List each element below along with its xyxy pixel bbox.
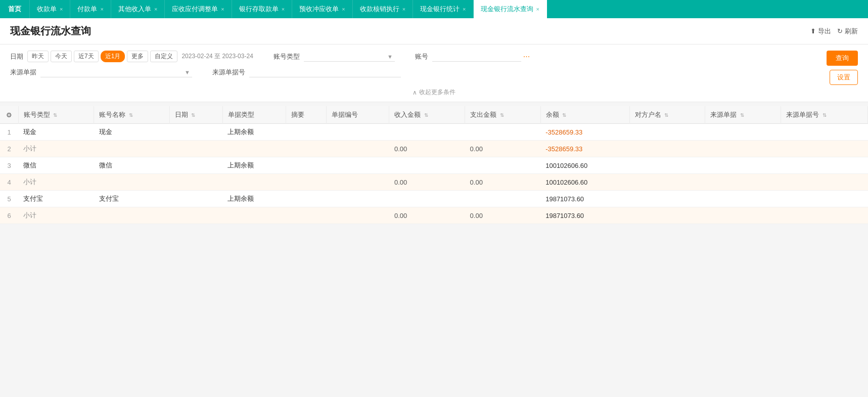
more-options-button[interactable]: ···: [523, 52, 530, 61]
cell-account-name: 支付宝: [94, 191, 170, 207]
nav-tab-xianjinyinhang[interactable]: 现金银行统计 ×: [413, 0, 473, 18]
cell-doc-type: [222, 141, 286, 157]
date-btn-1month[interactable]: 近1月: [101, 51, 125, 62]
cell-date: [169, 191, 222, 207]
close-icon[interactable]: ×: [282, 6, 285, 12]
table-container: ⚙ 账号类型 ⇅ 账号名称 ⇅ 日期 ⇅ 单据类型 摘要: [0, 106, 868, 224]
nav-tab-shoukuandan[interactable]: 收款单 ×: [30, 0, 70, 18]
cell-summary: [286, 157, 326, 174]
sort-icon: ⇅: [740, 112, 744, 118]
cell-summary: [286, 191, 326, 207]
cell-balance: 19871073.60: [540, 191, 629, 207]
source-doc-num-input[interactable]: [249, 67, 401, 77]
cell-doc-no: [326, 191, 389, 207]
cell-source-doc-no: [781, 141, 868, 157]
sort-icon: ⇅: [53, 112, 57, 118]
collapse-row: ∧ 收起更多条件: [10, 85, 858, 98]
date-btn-custom[interactable]: 自定义: [150, 51, 177, 62]
nav-tab-yinhangcunqu[interactable]: 银行存取款单 ×: [232, 0, 292, 18]
col-account-type[interactable]: 账号类型 ⇅: [18, 106, 94, 124]
cell-account-type: 支付宝: [18, 191, 94, 207]
cell-source-doc: [705, 207, 781, 224]
cell-doc-type: 上期余额: [222, 157, 286, 174]
cell-account-name: 现金: [94, 124, 170, 141]
settings-button[interactable]: 设置: [830, 70, 858, 85]
sort-icon: ⇅: [823, 112, 827, 118]
col-account-name[interactable]: 账号名称 ⇅: [94, 106, 170, 124]
cell-account-type: 现金: [18, 124, 94, 141]
nav-tab-yushouchong[interactable]: 预收冲应收单 ×: [292, 0, 352, 18]
cell-source-doc: [705, 191, 781, 207]
date-btn-more[interactable]: 更多: [127, 51, 148, 62]
col-gear[interactable]: ⚙: [0, 106, 18, 124]
export-button[interactable]: ⬆ 导出: [810, 27, 831, 36]
cell-date: [169, 141, 222, 157]
right-buttons: 查询 设置: [820, 51, 858, 85]
cell-doc-no: [326, 207, 389, 224]
col-source-doc-no[interactable]: 来源单据号 ⇅: [781, 106, 868, 124]
row-number: 1: [0, 124, 18, 141]
date-btn-7days[interactable]: 近7天: [74, 51, 99, 62]
source-doc-select-wrapper: ▼: [40, 67, 192, 77]
close-icon[interactable]: ×: [402, 6, 405, 12]
cell-date: [169, 157, 222, 174]
close-icon[interactable]: ×: [463, 6, 466, 12]
close-icon[interactable]: ×: [221, 6, 224, 12]
source-doc-select[interactable]: [40, 67, 192, 77]
col-income[interactable]: 收入金额 ⇅: [389, 106, 465, 124]
col-counterparty[interactable]: 对方户名 ⇅: [629, 106, 705, 124]
cell-doc-no: [326, 124, 389, 141]
cell-doc-no: [326, 141, 389, 157]
nav-tab-liushui[interactable]: 现金银行流水查询 ×: [474, 0, 547, 18]
close-icon[interactable]: ×: [100, 6, 103, 12]
cell-balance: -3528659.33: [540, 141, 629, 157]
col-balance[interactable]: 余额 ⇅: [540, 106, 629, 124]
header-actions: ⬆ 导出 ↻ 刷新: [810, 27, 858, 36]
collapse-button[interactable]: ∧ 收起更多条件: [413, 88, 455, 97]
cell-income: 0.00: [389, 141, 465, 157]
page-title: 现金银行流水查询: [10, 24, 91, 38]
close-icon[interactable]: ×: [342, 6, 345, 12]
col-doc-no[interactable]: 单据编号: [326, 106, 389, 124]
row-number: 3: [0, 157, 18, 174]
collapse-up-icon: ∧: [413, 89, 417, 96]
date-btn-yesterday[interactable]: 昨天: [27, 51, 49, 62]
query-button[interactable]: 查询: [827, 51, 858, 66]
cell-balance: 100102606.60: [540, 174, 629, 191]
cell-source-doc: [705, 174, 781, 191]
nav-tab-fukuandan[interactable]: 付款单 ×: [70, 0, 111, 18]
nav-home[interactable]: 首页: [0, 0, 30, 18]
col-expense[interactable]: 支出金额 ⇅: [465, 106, 541, 124]
col-date[interactable]: 日期 ⇅: [169, 106, 222, 124]
cell-income: [389, 124, 465, 141]
page-header: 现金银行流水查询 ⬆ 导出 ↻ 刷新: [0, 18, 868, 45]
nav-tab-qitashouru[interactable]: 其他收入单 ×: [111, 0, 165, 18]
table-row: 5支付宝支付宝上期余额19871073.60: [0, 191, 868, 207]
close-icon[interactable]: ×: [154, 6, 157, 12]
cell-account-type: 小计: [18, 174, 94, 191]
cell-income: 0.00: [389, 174, 465, 191]
table-row: 3微信微信上期余额100102606.60: [0, 157, 868, 174]
filter-row-2: 来源单据 ▼ 来源单据号: [10, 67, 810, 77]
cell-account-type: 小计: [18, 207, 94, 224]
cell-date: [169, 207, 222, 224]
date-buttons: 昨天 今天 近7天 近1月 更多 自定义 2023-02-24 至 2023-0…: [27, 51, 253, 62]
refresh-button[interactable]: ↻ 刷新: [837, 27, 858, 36]
account-type-select[interactable]: [304, 52, 395, 62]
nav-tab-yingshouyingfu[interactable]: 应收应付调整单 ×: [165, 0, 232, 18]
export-icon: ⬆: [810, 27, 816, 35]
col-source-doc[interactable]: 来源单据 ⇅: [705, 106, 781, 124]
close-icon[interactable]: ×: [60, 6, 63, 12]
col-summary[interactable]: 摘要: [286, 106, 326, 124]
filter-area: 日期 昨天 今天 近7天 近1月 更多 自定义 2023-02-24 至 202…: [0, 45, 868, 102]
nav-tab-shoukuanhexiao[interactable]: 收款核销执行 ×: [353, 0, 413, 18]
cell-balance: 100102606.60: [540, 157, 629, 174]
account-input[interactable]: [432, 52, 521, 62]
cell-account-name: [94, 174, 170, 191]
col-doc-type[interactable]: 单据类型: [222, 106, 286, 124]
sort-icon: ⇅: [664, 112, 668, 118]
date-btn-today[interactable]: 今天: [51, 51, 72, 62]
close-icon[interactable]: ×: [536, 6, 539, 12]
cell-account-name: 微信: [94, 157, 170, 174]
cell-source-doc-no: [781, 124, 868, 141]
